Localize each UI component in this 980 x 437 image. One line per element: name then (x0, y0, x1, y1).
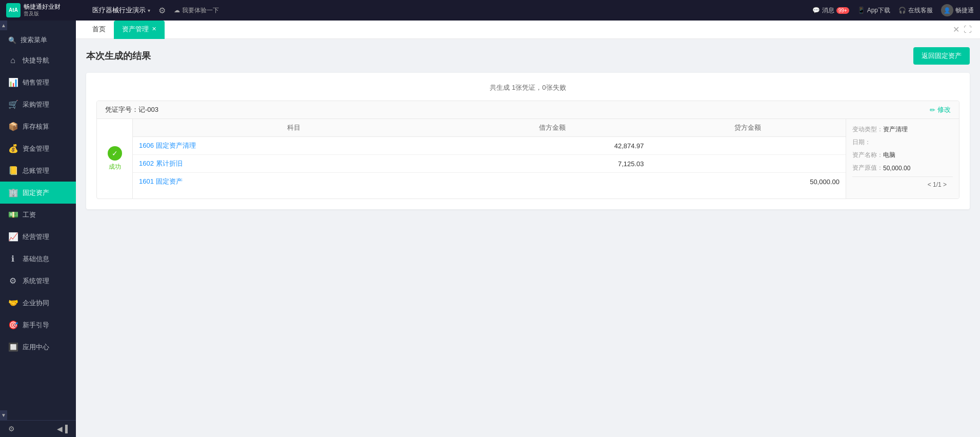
sidebar-item-payroll[interactable]: 💵工资 (0, 204, 76, 226)
col-subject: 科目 (133, 119, 454, 137)
credit-cell (650, 155, 846, 173)
change-type-value: 资产清理 (883, 125, 908, 134)
cloud-icon: ☁ (174, 7, 180, 14)
operations-icon: 📈 (8, 232, 17, 242)
original-value-label: 资产原值： (852, 164, 883, 172)
sidebar-item-operations[interactable]: 📈经营管理 (0, 226, 76, 248)
sidebar-item-label: 企业协同 (23, 299, 49, 308)
sidebar-item-fixed-assets[interactable]: 🏢固定资产 (0, 182, 76, 204)
purchase-icon: 🛒 (8, 100, 17, 109)
status-cell: ✓ 成功 (97, 119, 133, 198)
quick-nav-icon: ⌂ (8, 56, 17, 65)
sidebar-item-label: 采购管理 (23, 100, 49, 109)
app-body: ▲ 🔍 搜索菜单 ⌂快捷导航📊销售管理🛒采购管理📦库存核算💰资金管理📒总账管理🏢… (0, 21, 980, 437)
voucher-side-info: 变动类型： 资产清理 日期： 资产名称： 电脑 (846, 119, 959, 198)
collapse-icon[interactable]: ◀▐ (57, 425, 68, 433)
sidebar-item-label: 系统管理 (23, 276, 49, 286)
edit-button[interactable]: ✏ 修改 (930, 105, 951, 114)
asset-name-row: 资产名称： 电脑 (852, 151, 953, 160)
experience-button[interactable]: ☁ 我要体验一下 (174, 6, 219, 15)
avatar: 👤 (941, 4, 953, 16)
subject-cell: 1601 固定资产 (133, 173, 454, 191)
guide-icon: 🎯 (8, 320, 17, 330)
top-bar: AtA 畅捷通好业财 普及版 医疗器械行业演示 ▾ ⚙ ☁ 我要体验一下 💬 消… (0, 0, 980, 21)
sidebar-item-system[interactable]: ⚙系统管理 (0, 270, 76, 292)
messages-button[interactable]: 💬 消息 99+ (812, 6, 849, 15)
sidebar-item-label: 应用中心 (23, 343, 49, 352)
experience-label: 我要体验一下 (182, 6, 219, 15)
sidebar-bottom: ⚙ ◀▐ (0, 420, 76, 437)
col-debit: 借方金额 (454, 119, 650, 137)
chevron-down-icon: ▾ (148, 8, 150, 13)
company-selector[interactable]: 医疗器械行业演示 ▾ (92, 6, 150, 15)
date-label: 日期： (852, 138, 883, 147)
logo-text: 畅捷通好业财 (24, 3, 61, 10)
back-to-fixed-assets-button[interactable]: 返回固定资产 (913, 47, 970, 65)
subject-cell: 1606 固定资产清理 (133, 137, 454, 155)
sidebar-item-inventory[interactable]: 📦库存核算 (0, 115, 76, 137)
sidebar-item-basic-info[interactable]: ℹ基础信息 (0, 248, 76, 270)
original-value-row: 资产原值： 50,000.00 (852, 164, 953, 172)
sidebar-item-guide[interactable]: 🎯新手引导 (0, 314, 76, 336)
asset-name-value: 电脑 (883, 151, 895, 160)
sidebar-item-purchase[interactable]: 🛒采购管理 (0, 93, 76, 115)
cooperation-icon: 🤝 (8, 298, 17, 308)
tab-asset-management[interactable]: 资产管理 ✕ (114, 21, 165, 39)
online-service-button[interactable]: 🎧 在线客服 (898, 6, 933, 15)
sidebar-item-label: 库存核算 (23, 122, 49, 131)
logo-icon: AtA (6, 3, 21, 17)
sidebar-item-ledger[interactable]: 📒总账管理 (0, 160, 76, 182)
success-icon: ✓ (108, 146, 122, 161)
table-row: 1601 固定资产 50,000.00 (133, 173, 846, 191)
sidebar-item-label: 销售管理 (23, 78, 49, 87)
service-icon: 🎧 (898, 7, 906, 14)
sidebar-item-label: 新手引导 (23, 321, 49, 330)
table-row: 1606 固定资产清理 42,874.97 (133, 137, 846, 155)
download-icon: 📱 (857, 7, 865, 14)
tab-home[interactable]: 首页 (84, 21, 114, 39)
original-value-value: 50,000.00 (883, 165, 910, 172)
online-service-label: 在线客服 (908, 6, 933, 15)
sidebar-item-finance[interactable]: 💰资金管理 (0, 137, 76, 160)
sidebar-item-app-center[interactable]: 🔲应用中心 (0, 336, 76, 358)
settings-icon[interactable]: ⚙ (158, 6, 166, 15)
messages-badge: 99+ (836, 7, 849, 14)
asset-name-label: 资产名称： (852, 151, 883, 160)
company-name: 医疗器械行业演示 (92, 6, 146, 15)
voucher-number: 凭证字号：记-003 (105, 105, 158, 114)
gear-icon[interactable]: ⚙ (8, 425, 15, 433)
logo: AtA 畅捷通好业财 普及版 (6, 3, 82, 17)
sidebar-item-label: 工资 (23, 210, 36, 220)
main-content: 首页 资产管理 ✕ ✕ ⛶ 本次生成的结果 返回固定资产 共生成 1张凭证， (76, 21, 980, 437)
payroll-icon: 💵 (8, 210, 17, 220)
user-info[interactable]: 👤 畅捷通 (941, 4, 974, 16)
sidebar-scroll-down[interactable]: ▼ (0, 410, 7, 420)
sidebar-item-cooperation[interactable]: 🤝企业协同 (0, 292, 76, 314)
sidebar-item-label: 经营管理 (23, 232, 49, 242)
top-bar-right: 💬 消息 99+ 📱 App下载 🎧 在线客服 👤 畅捷通 (812, 4, 974, 16)
date-row: 日期： (852, 138, 953, 147)
pagination[interactable]: < 1/1 > (852, 176, 953, 192)
credit-cell (650, 137, 846, 155)
tab-close-icon[interactable]: ✕ (152, 26, 156, 32)
credit-cell: 50,000.00 (650, 173, 846, 191)
sidebar-item-label: 总账管理 (23, 166, 49, 175)
home-label: 首页 (92, 25, 106, 34)
close-panel-icon[interactable]: ✕ (953, 25, 959, 34)
system-icon: ⚙ (8, 276, 17, 286)
app-download-button[interactable]: 📱 App下载 (857, 6, 890, 15)
page-header: 本次生成的结果 返回固定资产 (86, 47, 970, 65)
finance-icon: 💰 (8, 144, 17, 153)
change-type-row: 变动类型： 资产清理 (852, 125, 953, 134)
sidebar-item-sales[interactable]: 📊销售管理 (0, 71, 76, 93)
page-title: 本次生成的结果 (86, 50, 151, 62)
sidebar-scroll-up[interactable]: ▲ (0, 21, 7, 30)
expand-panel-icon[interactable]: ⛶ (964, 25, 972, 34)
sidebar-item-quick-nav[interactable]: ⌂快捷导航 (0, 50, 76, 71)
user-name: 畅捷通 (955, 6, 974, 15)
debit-cell (454, 173, 650, 191)
inventory-icon: 📦 (8, 122, 17, 131)
page-area: 本次生成的结果 返回固定资产 共生成 1张凭证，0张失败 凭证字号：记-003 … (76, 39, 980, 437)
basic-info-icon: ℹ (8, 254, 17, 264)
sidebar-search[interactable]: 🔍 搜索菜单 (0, 30, 76, 50)
